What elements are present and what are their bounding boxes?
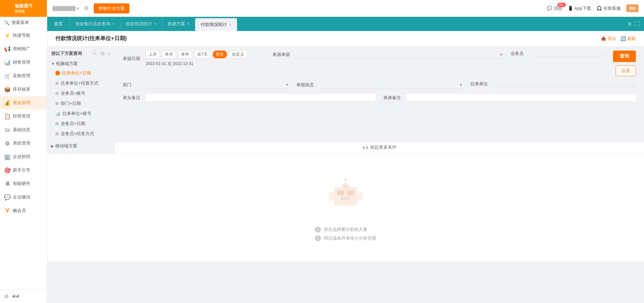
marketing-icon: 📢 [4, 46, 11, 52]
sidebar-item-quick-nav[interactable]: ⚡ 快捷导航 [0, 29, 47, 42]
sidebar-item-wechat[interactable]: 💬 企业微信 [0, 190, 47, 204]
body-note-label: 表体备注 [383, 95, 404, 101]
settings-button[interactable]: ⚙ [82, 4, 91, 13]
source-field: 来源单据 ▾ [272, 51, 502, 59]
tip-num-2: 2 [315, 235, 321, 241]
scheme-item-staff-settle[interactable]: ⊞ 业务员+结算方式 [47, 129, 114, 139]
sidebar-item-fund[interactable]: 💰 资金管理 [0, 96, 47, 110]
empty-state-icon [325, 174, 366, 221]
scheme-item-unit-settle[interactable]: ⊞ 往来单位+结算方式 [47, 78, 114, 88]
top-nav: ████████ ▾ ⚙ 体验行业方案 💬 消息 99+ 📱 A [47, 0, 644, 17]
dept-select[interactable]: ▾ [146, 81, 288, 89]
header-note-input[interactable] [146, 94, 375, 102]
sidebar-item-inventory[interactable]: 📦 库存核算 [0, 83, 47, 96]
sidebar-item-purchase[interactable]: 🛒 采购管理 [0, 69, 47, 83]
date-btn-more[interactable]: 更多 [213, 51, 227, 58]
sidebar-item-label: 企业微信 [13, 194, 30, 200]
sidebar-item-guide[interactable]: 🎯 新手引导 [0, 163, 47, 177]
scheme-panel: 按以下方案查询 + ⚙ « ▼ 电脑端方案 [47, 47, 115, 153]
chevron-down-icon: ▾ [77, 6, 79, 11]
body-note-input[interactable] [406, 94, 636, 102]
trial-button[interactable]: 体验行业方案 [94, 3, 129, 13]
user-avatar[interactable]: Rit [626, 4, 639, 12]
inventory-icon: 📦 [4, 86, 11, 93]
tab-payments-close[interactable]: × [229, 22, 231, 27]
main-area: ████████ ▾ ⚙ 体验行业方案 💬 消息 99+ 📱 A [47, 0, 644, 303]
staff-placeholder: ... [601, 51, 605, 56]
svg-rect-4 [329, 192, 334, 201]
setting-button[interactable]: 设置 [616, 65, 636, 76]
online-service-label: 在线客服 [603, 5, 621, 11]
empty-illustration [325, 174, 366, 214]
refresh-icon: 🔄 [620, 36, 626, 41]
sidebar-item-member[interactable]: V 畅会员 [0, 204, 47, 217]
status-select[interactable]: ▾ [319, 81, 462, 89]
scheme-category-mobile[interactable]: ▶ 移动端方案 [47, 142, 114, 150]
scheme-category-desktop[interactable]: ▼ 电脑端方案 [47, 59, 114, 68]
sidebar-settings-icon[interactable]: ⚙ [4, 293, 9, 300]
partner-field: 往来单位 ... [470, 81, 636, 87]
collapse-label: 收起更多条件 [370, 144, 397, 150]
tab-receipts[interactable]: 收款情况统计 × [120, 17, 162, 31]
online-service-action[interactable]: 🎧 在线客服 [596, 5, 621, 11]
scheme-table-icon: ⊞ [55, 131, 59, 136]
status-label: 单据状态 [296, 82, 317, 88]
scheme-active-icon [55, 71, 60, 75]
download-icon: 📱 [568, 6, 573, 11]
tab-receipts-close[interactable]: × [154, 22, 156, 26]
date-btn-this-year[interactable]: 本年 [178, 51, 192, 58]
sidebar-item-operations[interactable]: 📋 经营管理 [0, 110, 47, 123]
scheme-item-label: 部门+日期 [61, 100, 81, 107]
search-menu[interactable]: 🔍 搜索菜单 [0, 17, 47, 29]
sidebar-item-marketing[interactable]: 📢 营销推广 [0, 42, 47, 56]
tab-payments[interactable]: 付款情况统计 × [195, 18, 237, 31]
sidebar-item-sales[interactable]: 📊 销售管理 [0, 56, 47, 69]
sidebar-item-label: 快捷导航 [13, 32, 30, 38]
dept-label: 部门 [123, 82, 143, 88]
collapse-bar[interactable]: ∧∧ 收起更多条件 [115, 141, 644, 153]
scheme-item-unit-date[interactable]: 往来单位+日期 [47, 68, 114, 78]
tip-num-1: 1 [315, 226, 321, 233]
scheme-add-icon[interactable]: + [92, 51, 98, 57]
user-name: Rit [630, 6, 635, 11]
header-note-label: 表头备注 [123, 95, 143, 101]
tab-fullscreen-icon[interactable]: ⛶ [635, 21, 640, 27]
sidebar-item-enterprise[interactable]: 🏢 企业协同 [0, 150, 47, 163]
sidebar-collapse-icon[interactable]: ◀◀ [11, 293, 19, 300]
scheme-item-dept-date[interactable]: ⊞ 部门+日期 [47, 98, 114, 109]
date-btn-custom[interactable]: 自定义 [229, 51, 247, 58]
scheme-item-unit-account[interactable]: 📊 往来单位+账号 [47, 109, 114, 119]
tab-home[interactable]: 首页 [47, 17, 70, 31]
sidebar-item-basic-info[interactable]: 🗂 基础信息 [0, 123, 47, 137]
scheme-settings-icon[interactable]: ⚙ [100, 51, 106, 57]
source-select[interactable]: ▾ [295, 51, 502, 59]
scheme-collapse-icon[interactable]: « [108, 51, 110, 56]
operations-icon: 📋 [4, 113, 11, 120]
refresh-label: 刷新 [627, 36, 636, 42]
sidebar-nav: ⚡ 快捷导航 📢 营销推广 📊 销售管理 🛒 采购管理 📦 库存核算 💰 [0, 29, 47, 290]
tab-new-scheme-label: 新建方案 [168, 21, 185, 27]
sidebar-item-system[interactable]: ⚙ 系统管理 [0, 137, 47, 150]
body-note-field: 表体备注 [383, 94, 636, 102]
scheme-item-staff-date[interactable]: ⊞ 业务员+日期 [47, 119, 114, 129]
tab-bank-close[interactable]: × [112, 22, 115, 26]
query-button[interactable]: 查询 [613, 51, 636, 62]
setting-btn-label: 设置 [621, 68, 630, 73]
tab-new-scheme[interactable]: 新建方案 × [162, 17, 195, 31]
scheme-item-staff-account[interactable]: ⊞ 业务员+账号 [47, 88, 114, 98]
date-btn-7-days[interactable]: 近7天 [194, 51, 211, 58]
date-btn-this-month[interactable]: 本月 [162, 51, 176, 58]
tab-close-all-icon[interactable]: ✕ [627, 21, 632, 27]
staff-label: 业务员 [510, 51, 531, 57]
export-button[interactable]: 📤 导出 [601, 36, 616, 42]
company-selector[interactable]: ████████ ▾ [53, 6, 79, 11]
refresh-button[interactable]: 🔄 刷新 [620, 36, 636, 42]
sidebar-item-hardware[interactable]: 🖥 智能硬件 [0, 177, 47, 190]
sidebar-item-label: 采购管理 [13, 73, 30, 79]
messages-action[interactable]: 💬 消息 99+ [547, 5, 562, 11]
tab-bank[interactable]: 现金银行流水查询 × [70, 17, 120, 31]
date-btn-last-month[interactable]: 上月 [146, 51, 160, 58]
tab-new-scheme-close[interactable]: × [187, 22, 189, 26]
app-download-action[interactable]: 📱 App下载 [568, 5, 591, 11]
quick-nav-icon: ⚡ [4, 32, 11, 39]
